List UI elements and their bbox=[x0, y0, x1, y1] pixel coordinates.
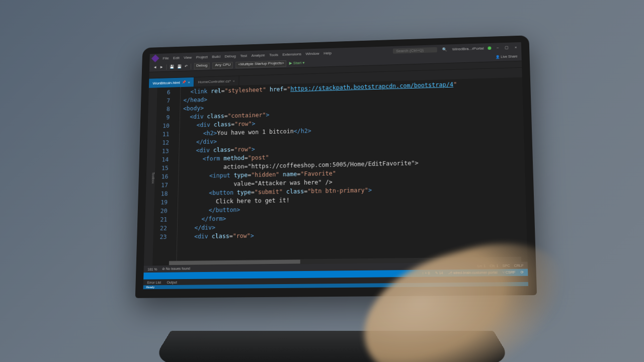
minimize-button[interactable]: − bbox=[495, 45, 500, 50]
config-combo[interactable]: Debug bbox=[194, 62, 210, 69]
panel-tab-error-list[interactable]: Error List bbox=[147, 281, 161, 284]
pin-icon[interactable]: 📌 bbox=[182, 80, 186, 84]
line-number: 19 bbox=[154, 198, 168, 207]
startup-combo[interactable]: <Multiple Startup Projects> bbox=[236, 60, 287, 68]
nav-back-icon[interactable]: ◄ bbox=[153, 65, 157, 69]
line-number: 15 bbox=[155, 164, 169, 172]
close-tab-icon[interactable]: × bbox=[188, 80, 190, 84]
close-tab-icon[interactable]: × bbox=[232, 79, 235, 83]
menu-help[interactable]: Help bbox=[324, 51, 332, 55]
line-number: 14 bbox=[155, 155, 169, 164]
menu-window[interactable]: Window bbox=[305, 51, 319, 56]
visual-studio-logo-icon bbox=[151, 54, 159, 62]
menu-project[interactable]: Project bbox=[196, 55, 208, 59]
menu-test[interactable]: Test bbox=[240, 53, 247, 58]
menu-tools[interactable]: Tools bbox=[269, 52, 278, 57]
line-number: 21 bbox=[153, 215, 167, 224]
live-share-button[interactable]: 👤 Live Share bbox=[495, 54, 517, 59]
menu-debug[interactable]: Debug bbox=[225, 54, 236, 58]
line-number: 23 bbox=[153, 233, 167, 242]
save-icon[interactable]: 💾 bbox=[170, 65, 175, 69]
status-indicator-icon bbox=[488, 46, 491, 50]
code-editor[interactable]: <link rel="stylesheet" href="https://sta… bbox=[177, 77, 527, 265]
line-number: 11 bbox=[156, 130, 170, 139]
search-icon[interactable]: 🔍 bbox=[442, 47, 447, 52]
menu-build[interactable]: Build bbox=[212, 54, 220, 59]
line-number: 9 bbox=[156, 113, 170, 122]
line-number: 6 bbox=[157, 88, 171, 97]
editor-area: Toolbox 67891011121314151617181920212223… bbox=[144, 77, 528, 266]
no-issues-label[interactable]: ⊘ No issues found bbox=[162, 267, 190, 271]
zoom-level[interactable]: 181 % bbox=[147, 267, 157, 271]
line-number: 16 bbox=[155, 172, 169, 181]
menu-view[interactable]: View bbox=[184, 55, 192, 60]
menu-edit[interactable]: Edit bbox=[173, 56, 180, 60]
panel-tab-output[interactable]: Output bbox=[167, 281, 177, 284]
search-input[interactable] bbox=[393, 47, 437, 53]
nav-fwd-icon[interactable]: ► bbox=[159, 65, 164, 69]
tab-label: WonBitcoin.html bbox=[152, 80, 180, 85]
line-number: 8 bbox=[156, 105, 170, 114]
line-number: 12 bbox=[155, 138, 169, 147]
maximize-button[interactable]: ▢ bbox=[504, 45, 509, 50]
line-number: 10 bbox=[156, 122, 170, 130]
start-button[interactable]: ▶ Start ▾ bbox=[289, 61, 304, 65]
tab-label: HomeController.cs* bbox=[198, 79, 231, 84]
line-number: 13 bbox=[155, 147, 169, 155]
line-number: 18 bbox=[154, 190, 168, 199]
platform-combo[interactable]: Any CPU bbox=[212, 62, 233, 69]
menu-extensions[interactable]: Extensions bbox=[282, 52, 301, 56]
close-button[interactable]: × bbox=[513, 45, 518, 49]
line-number: 17 bbox=[154, 181, 168, 190]
line-number: 22 bbox=[153, 224, 167, 233]
save-all-icon[interactable]: 💾 bbox=[177, 64, 182, 68]
undo-icon[interactable]: ↶ bbox=[185, 64, 188, 68]
line-number: 7 bbox=[157, 97, 171, 105]
menu-analyze[interactable]: Analyze bbox=[252, 53, 265, 57]
solution-name: WiredBra...rPortal bbox=[452, 46, 484, 51]
line-number: 20 bbox=[154, 207, 168, 216]
menu-file[interactable]: File bbox=[163, 56, 169, 60]
